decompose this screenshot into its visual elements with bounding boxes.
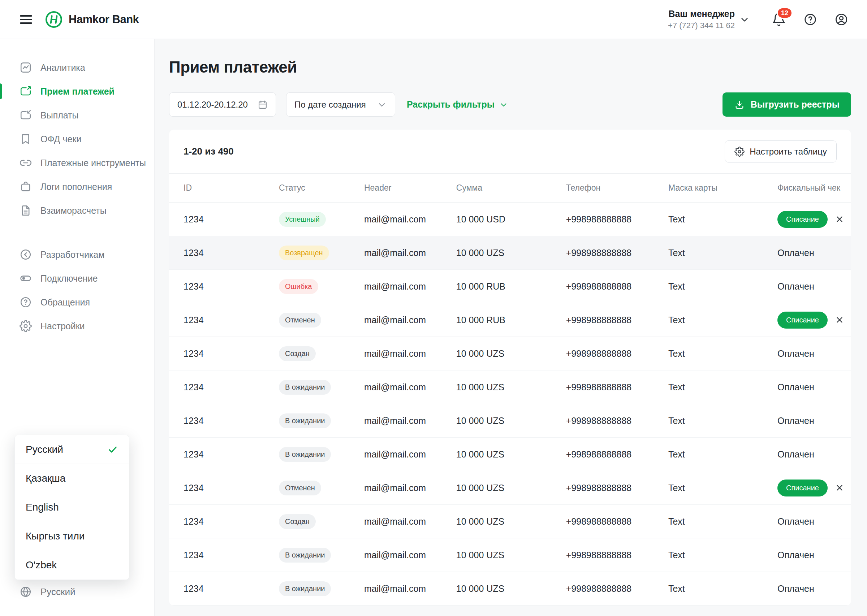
gear-icon [735, 146, 744, 157]
sidebar-item-top-up-logs[interactable]: Логи пополнения [0, 175, 154, 199]
language-option[interactable]: Қазақша [15, 464, 129, 493]
cell-phone: +998988888888 [566, 505, 668, 538]
column-header: Телефон [566, 174, 668, 203]
top-up-logs-icon [19, 181, 32, 193]
language-option[interactable]: Русский [15, 435, 129, 464]
cell-status: Возвращен [279, 236, 364, 270]
cell-status: Ошибка [279, 270, 364, 303]
brand-name: Hamkor Bank [69, 13, 139, 26]
remove-icon[interactable] [835, 214, 844, 224]
cell-id: 1234 [169, 438, 279, 471]
cell-fiscal: Оплачен [777, 572, 851, 605]
table-row[interactable]: 1234В ожиданииmail@mail.com10 000 UZS+99… [169, 371, 851, 404]
menu-icon[interactable] [19, 12, 33, 27]
cell-card-mask: Text [668, 438, 777, 471]
cell-amount: 10 000 RUB [456, 303, 566, 337]
expand-filters-label: Раскрыть фильтры [407, 99, 494, 110]
table-row[interactable]: 1234Отмененmail@mail.com10 000 RUB+99898… [169, 303, 851, 337]
table-row[interactable]: 1234Созданmail@mail.com10 000 UZS+998988… [169, 337, 851, 371]
remove-icon[interactable] [835, 315, 844, 325]
cell-id: 1234 [169, 270, 279, 303]
fiscal-action-button[interactable]: Списание [777, 479, 828, 497]
sidebar-item-payment-instruments[interactable]: Платежные инструменты [0, 151, 154, 175]
support-icon [19, 296, 32, 308]
sidebar-item-analytics[interactable]: Аналитика [0, 56, 154, 79]
export-registries-button[interactable]: Выгрузить реестры [722, 93, 851, 116]
cell-status: Создан [279, 337, 364, 371]
sidebar-item-label: ОФД чеки [41, 134, 81, 145]
sidebar-item-label: Платежные инструменты [41, 158, 146, 168]
cell-amount: 10 000 UZS [456, 404, 566, 438]
cell-phone: +998988888888 [566, 471, 668, 505]
fiscal-action-button[interactable]: Списание [777, 211, 828, 228]
cell-id: 1234 [169, 538, 279, 572]
cell-status: В ожидании [279, 404, 364, 438]
sidebar-item-payouts[interactable]: Выплаты [0, 103, 154, 127]
column-header: Статус [279, 174, 364, 203]
status-badge: В ожидании [279, 380, 331, 394]
table-row[interactable]: 1234В ожиданииmail@mail.com10 000 UZS+99… [169, 572, 851, 605]
cell-header: mail@mail.com [364, 572, 456, 605]
sidebar-item-connection[interactable]: Подключение [0, 267, 154, 290]
table-row[interactable]: 1234Ошибкаmail@mail.com10 000 RUB+998988… [169, 270, 851, 303]
date-range-input[interactable]: 01.12.20-20.12.20 [169, 93, 276, 116]
language-option[interactable]: O'zbek [15, 551, 129, 580]
main-content: Прием платежей 01.12.20-20.12.20 По дате… [154, 39, 867, 616]
language-option[interactable]: Кыргыз тили [15, 522, 129, 551]
sidebar-item-developers[interactable]: Разработчикам [0, 243, 154, 267]
cell-phone: +998988888888 [566, 236, 668, 270]
cell-fiscal: Оплачен [777, 236, 851, 270]
status-badge: Успешный [279, 212, 326, 227]
cell-id: 1234 [169, 471, 279, 505]
sidebar-item-label: Обращения [41, 297, 90, 308]
table-row[interactable]: 1234Успешныйmail@mail.com10 000 USD+9989… [169, 203, 851, 236]
cell-status: В ожидании [279, 538, 364, 572]
sort-select[interactable]: По дате создания [286, 93, 395, 116]
sidebar-item-label: Логи пополнения [41, 182, 112, 192]
table-row[interactable]: 1234В ожиданииmail@mail.com10 000 UZS+99… [169, 438, 851, 471]
export-button-label: Выгрузить реестры [751, 99, 840, 110]
remove-icon[interactable] [835, 483, 844, 492]
sidebar-item-label: Разработчикам [41, 250, 104, 260]
cell-header: mail@mail.com [364, 270, 456, 303]
chevron-down-icon[interactable] [739, 14, 750, 25]
sidebar-item-settings[interactable]: Настройки [0, 314, 154, 338]
profile-icon[interactable] [834, 13, 848, 26]
language-option-label: English [26, 501, 59, 513]
cell-card-mask: Text [668, 371, 777, 404]
cell-amount: 10 000 USD [456, 203, 566, 236]
table-row[interactable]: 1234В ожиданииmail@mail.com10 000 UZS+99… [169, 404, 851, 438]
table-row[interactable]: 1234В ожиданииmail@mail.com10 000 UZS+99… [169, 538, 851, 572]
payment-instruments-icon [19, 157, 32, 169]
status-badge: В ожидании [279, 413, 331, 428]
configure-table-button[interactable]: Настроить таблицу [725, 140, 837, 162]
cell-header: mail@mail.com [364, 303, 456, 337]
cell-fiscal: Оплачен [777, 438, 851, 471]
help-icon[interactable] [803, 13, 817, 26]
fiscal-status: Оплачен [777, 550, 814, 560]
table-row[interactable]: 1234Возвращенmail@mail.com10 000 UZS+998… [169, 236, 851, 270]
cell-header: mail@mail.com [364, 371, 456, 404]
sidebar-nav-secondary: РазработчикамПодключениеОбращенияНастрой… [0, 243, 154, 338]
cell-phone: +998988888888 [566, 404, 668, 438]
table-toolbar: 1-20 из 490 Настроить таблицу [169, 130, 851, 173]
language-option[interactable]: English [15, 493, 129, 522]
cell-status: Отменен [279, 303, 364, 337]
sidebar-item-label: Аналитика [41, 63, 85, 73]
sidebar-item-support[interactable]: Обращения [0, 290, 154, 314]
sidebar-item-settlements[interactable]: Взаиморасчеты [0, 199, 154, 222]
expand-filters-link[interactable]: Раскрыть фильтры [407, 99, 508, 110]
manager-info[interactable]: Ваш менеджер +7 (727) 344 11 62 [668, 9, 735, 30]
sidebar-item-ofd-receipts[interactable]: ОФД чеки [0, 127, 154, 151]
language-switcher[interactable]: Русский [0, 586, 154, 598]
notifications-button[interactable]: 12 [772, 12, 786, 27]
sidebar-item-incoming-payments[interactable]: Прием платежей [0, 79, 154, 103]
fiscal-action-button[interactable]: Списание [777, 312, 828, 328]
configure-table-label: Настроить таблицу [750, 146, 827, 157]
table-row[interactable]: 1234Созданmail@mail.com10 000 UZS+998988… [169, 505, 851, 538]
table-row[interactable]: 1234Отмененmail@mail.com10 000 UZS+99898… [169, 471, 851, 505]
cell-fiscal: Списание [777, 303, 851, 337]
cell-phone: +998988888888 [566, 303, 668, 337]
language-option-label: Қазақша [26, 473, 65, 484]
cell-status: В ожидании [279, 438, 364, 471]
